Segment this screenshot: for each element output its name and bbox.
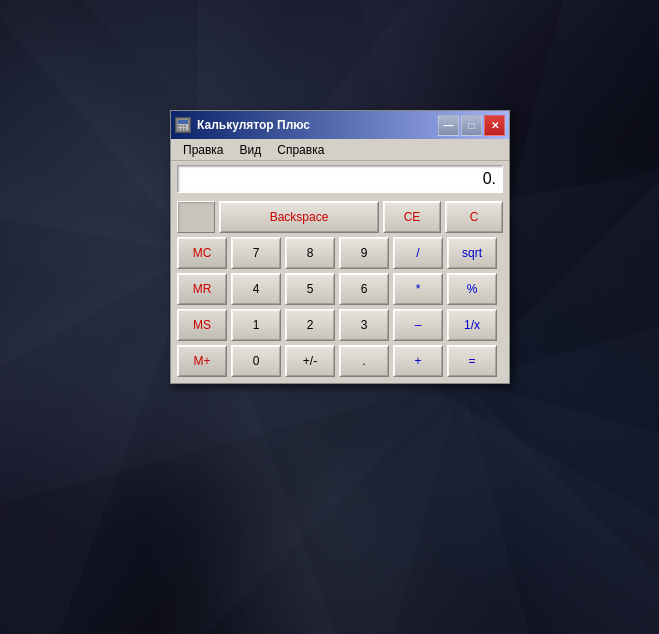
btn-6[interactable]: 6 bbox=[339, 273, 389, 305]
mplus-button[interactable]: M+ bbox=[177, 345, 227, 377]
svg-rect-5 bbox=[178, 128, 180, 130]
svg-rect-2 bbox=[178, 125, 180, 127]
calculator-window: Калькулятор Плюс — □ ✕ Правка Вид Справк… bbox=[170, 110, 510, 384]
posneg-button[interactable]: +/- bbox=[285, 345, 335, 377]
add-button[interactable]: + bbox=[393, 345, 443, 377]
app-icon bbox=[175, 117, 191, 133]
btn-2[interactable]: 2 bbox=[285, 309, 335, 341]
btn-9[interactable]: 9 bbox=[339, 237, 389, 269]
btn-4[interactable]: 4 bbox=[231, 273, 281, 305]
backspace-button[interactable]: Backspace bbox=[219, 201, 379, 233]
dot-button[interactable]: . bbox=[339, 345, 389, 377]
multiply-button[interactable]: * bbox=[393, 273, 443, 305]
memory-display bbox=[177, 201, 215, 233]
title-bar: Калькулятор Плюс — □ ✕ bbox=[171, 111, 509, 139]
button-grid: MC 7 8 9 / sqrt MR 4 5 6 * % MS 1 2 3 – … bbox=[177, 237, 503, 377]
divide-button[interactable]: / bbox=[393, 237, 443, 269]
display-value: 0. bbox=[177, 165, 503, 193]
btn-0[interactable]: 0 bbox=[231, 345, 281, 377]
menu-help[interactable]: Справка bbox=[269, 141, 332, 159]
svg-rect-7 bbox=[184, 128, 186, 130]
top-row: Backspace CE C bbox=[177, 201, 503, 233]
btn-5[interactable]: 5 bbox=[285, 273, 335, 305]
mc-button[interactable]: MC bbox=[177, 237, 227, 269]
btn-1[interactable]: 1 bbox=[231, 309, 281, 341]
maximize-button[interactable]: □ bbox=[461, 115, 482, 136]
c-button[interactable]: C bbox=[445, 201, 503, 233]
svg-rect-1 bbox=[178, 120, 188, 124]
ms-button[interactable]: MS bbox=[177, 309, 227, 341]
calc-body: Backspace CE C MC 7 8 9 / sqrt MR 4 5 6 … bbox=[171, 197, 509, 383]
menu-bar: Правка Вид Справка bbox=[171, 139, 509, 161]
menu-view[interactable]: Вид bbox=[232, 141, 270, 159]
sqrt-button[interactable]: sqrt bbox=[447, 237, 497, 269]
menu-edit[interactable]: Правка bbox=[175, 141, 232, 159]
window-title: Калькулятор Плюс bbox=[195, 118, 434, 132]
subtract-button[interactable]: – bbox=[393, 309, 443, 341]
mr-button[interactable]: MR bbox=[177, 273, 227, 305]
svg-rect-6 bbox=[181, 128, 183, 130]
close-button[interactable]: ✕ bbox=[484, 115, 505, 136]
svg-rect-4 bbox=[184, 125, 186, 127]
window-controls: — □ ✕ bbox=[438, 115, 505, 136]
equals-button[interactable]: = bbox=[447, 345, 497, 377]
inverse-button[interactable]: 1/x bbox=[447, 309, 497, 341]
svg-rect-3 bbox=[181, 125, 183, 127]
btn-3[interactable]: 3 bbox=[339, 309, 389, 341]
display-area: 0. bbox=[171, 161, 509, 197]
percent-button[interactable]: % bbox=[447, 273, 497, 305]
btn-7[interactable]: 7 bbox=[231, 237, 281, 269]
ce-button[interactable]: CE bbox=[383, 201, 441, 233]
minimize-button[interactable]: — bbox=[438, 115, 459, 136]
btn-8[interactable]: 8 bbox=[285, 237, 335, 269]
